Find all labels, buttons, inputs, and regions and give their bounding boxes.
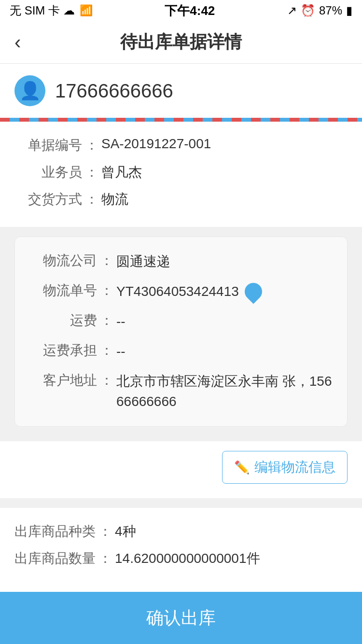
order-no-value: SA-20191227-001 xyxy=(101,136,348,152)
tracking-no-row: 物流单号 ： YT43064053424413 xyxy=(29,281,333,302)
edit-btn-row: ✏️ 编辑物流信息 xyxy=(0,441,362,498)
status-left: 无 SIM 卡 ☁ 📶 xyxy=(10,3,93,18)
freight-bear-row: 运费承担 ： -- xyxy=(29,341,333,362)
status-bar: 无 SIM 卡 ☁ 📶 下午4:42 ↗ ⏰ 87% ▮ xyxy=(0,0,362,21)
back-button[interactable]: ‹ xyxy=(14,31,21,53)
delivery-method-label: 交货方式 xyxy=(14,190,82,209)
edit-btn-label: 编辑物流信息 xyxy=(254,458,335,476)
logistics-card: 物流公司 ： 圆通速递 物流单号 ： YT43064053424413 运费 ：… xyxy=(14,237,348,427)
order-info-section: 单据编号 ： SA-20191227-001 业务员 ： 曾凡杰 交货方式 ： … xyxy=(0,122,362,227)
battery-level: 87% xyxy=(319,4,342,17)
customer-header: 👤 17666666666 xyxy=(0,64,362,118)
sales-person-label: 业务员 xyxy=(14,163,82,182)
wifi-icon: 📶 xyxy=(80,4,93,17)
sales-person-value: 曾凡杰 xyxy=(101,163,348,182)
customer-phone: 17666666666 xyxy=(55,80,173,102)
freight-bear-label: 运费承担 xyxy=(29,341,97,360)
goods-types-value: 4种 xyxy=(115,522,136,541)
address-label: 客户地址 xyxy=(29,371,97,390)
tracking-no-label: 物流单号 xyxy=(29,281,97,300)
map-pin-icon[interactable] xyxy=(241,280,265,304)
logistics-company-label: 物流公司 xyxy=(29,252,97,270)
address-row: 客户地址 ： 北京市市辖区海淀区永丰南 张，156 66666666 xyxy=(29,371,333,412)
alarm-icon: ⏰ xyxy=(301,4,315,17)
freight-label: 运费 xyxy=(29,311,97,330)
page-title: 待出库单据详情 xyxy=(120,30,242,54)
avatar: 👤 xyxy=(14,75,45,106)
address-value: 北京市市辖区海淀区永丰南 张，156 66666666 xyxy=(116,371,333,412)
sim-label: 无 SIM 卡 ☁ xyxy=(10,3,75,18)
nav-bar: ‹ 待出库单据详情 xyxy=(0,21,362,64)
status-time: 下午4:42 xyxy=(165,2,215,19)
edit-icon: ✏️ xyxy=(234,460,250,475)
order-no-label: 单据编号 xyxy=(14,136,82,154)
logistics-company-row: 物流公司 ： 圆通速递 xyxy=(29,252,333,272)
goods-quantity-row: 出库商品数量 ： 14.620000000000001件 xyxy=(14,549,348,568)
battery-icon: ▮ xyxy=(346,4,352,17)
freight-bear-value: -- xyxy=(116,341,333,362)
freight-value: -- xyxy=(116,311,333,332)
section-divider-1 xyxy=(0,498,362,508)
goods-types-label: 出库商品种类 xyxy=(14,522,96,541)
tracking-no-value: YT43064053424413 xyxy=(116,281,333,302)
confirm-button[interactable]: 确认出库 xyxy=(0,592,362,644)
order-no-row: 单据编号 ： SA-20191227-001 xyxy=(14,136,348,154)
freight-row: 运费 ： -- xyxy=(29,311,333,332)
avatar-icon: 👤 xyxy=(19,81,41,101)
location-icon: ↗ xyxy=(287,4,297,17)
edit-logistics-button[interactable]: ✏️ 编辑物流信息 xyxy=(222,451,348,484)
dashed-divider xyxy=(0,118,362,122)
logistics-company-value: 圆通速递 xyxy=(116,252,333,272)
status-right: ↗ ⏰ 87% ▮ xyxy=(287,4,352,17)
confirm-btn-label: 确认出库 xyxy=(146,606,216,630)
goods-quantity-label: 出库商品数量 xyxy=(14,549,96,568)
delivery-method-row: 交货方式 ： 物流 xyxy=(14,190,348,209)
sales-person-row: 业务员 ： 曾凡杰 xyxy=(14,163,348,182)
goods-quantity-value: 14.620000000000001件 xyxy=(115,549,260,568)
goods-section: 出库商品种类 ： 4种 出库商品数量 ： 14.620000000000001件 xyxy=(0,508,362,586)
delivery-method-value: 物流 xyxy=(101,190,348,209)
goods-types-row: 出库商品种类 ： 4种 xyxy=(14,522,348,541)
